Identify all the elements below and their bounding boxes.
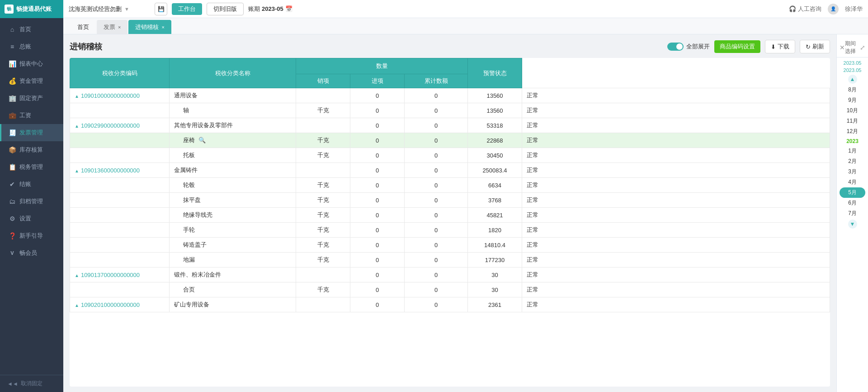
td-total: 1820 <box>468 223 522 238</box>
td-purchase-qty: 0 <box>405 88 468 103</box>
sidebar-footer-label: 取消固定 <box>21 380 42 387</box>
refresh-btn[interactable]: ↻ 刷新 <box>800 40 830 53</box>
sidebar-item-archive-label: 归档管理 <box>19 197 43 206</box>
period-scroll-down[interactable]: ▼ <box>848 220 857 229</box>
period-month-11[interactable]: 11月 <box>840 116 865 126</box>
workbench-button[interactable]: 工作台 <box>172 3 202 15</box>
sidebar-item-salary[interactable]: 💼 工资 <box>0 107 63 124</box>
collapse-icon[interactable]: ▲ <box>75 168 79 173</box>
tab-home[interactable]: 首页 <box>71 20 96 34</box>
td-name: 轴 <box>170 103 296 118</box>
td-purchase-qty: 0 <box>405 148 468 163</box>
expand-all-toggle[interactable]: 全部展开 <box>667 43 710 51</box>
collapse-icon[interactable]: ▲ <box>75 94 79 99</box>
sidebar-item-tax-label: 税务管理 <box>19 163 43 171</box>
period-scroll-up[interactable]: ▲ <box>848 75 857 84</box>
company-dropdown-icon[interactable]: ▼ <box>124 6 129 12</box>
td-name: 手轮 <box>170 223 296 238</box>
period-month-6[interactable]: 6月 <box>840 198 865 208</box>
td-total: 6634 <box>468 178 522 193</box>
panel-expand-btn[interactable]: ⤢ <box>860 44 865 51</box>
td-total: 177230 <box>468 253 522 268</box>
calendar-icon[interactable]: 📅 <box>285 5 292 12</box>
sidebar-item-inventory[interactable]: 📦 库存核算 <box>0 141 63 158</box>
page-title: 进销稽核 <box>70 41 102 52</box>
td-code <box>70 193 170 208</box>
th-purchase-qty: 进项 <box>350 74 405 88</box>
td-total: 14810.4 <box>468 238 522 253</box>
period-label: 账期 <box>248 5 260 13</box>
toggle-thumb <box>676 43 683 50</box>
switch-version-button[interactable]: 切到旧版 <box>207 3 244 15</box>
td-total: 30 <box>468 268 522 282</box>
td-status: 正常 <box>522 253 830 268</box>
td-total: 45821 <box>468 208 522 223</box>
invoice-icon: 🧾 <box>9 129 16 136</box>
tab-reconcile-close[interactable]: × <box>161 24 164 30</box>
td-purchase-qty: 0 <box>405 178 468 193</box>
period-month-5[interactable]: 5月 <box>840 187 865 198</box>
tab-invoice-close[interactable]: × <box>118 24 121 30</box>
td-code <box>70 178 170 193</box>
tabbar: 首页 发票 × 进销稽核 × <box>63 18 868 34</box>
period-display: 账期 2023-05 📅 <box>248 5 292 13</box>
period-month-2[interactable]: 2月 <box>840 156 865 167</box>
period-month-9[interactable]: 9月 <box>840 95 865 105</box>
td-sale-qty: 0 <box>350 118 405 133</box>
user-avatar: 👤 <box>828 4 839 14</box>
toggle-track[interactable] <box>667 43 684 51</box>
period-month-4[interactable]: 4月 <box>840 177 865 187</box>
th-tax-name: 税收分类名称 <box>170 58 296 88</box>
sidebar-item-home-label: 首页 <box>19 25 31 33</box>
collapse-icon[interactable]: ▲ <box>75 124 79 129</box>
sidebar-item-settings[interactable]: ⚙ 设置 <box>0 210 63 227</box>
tab-invoice-label: 发票 <box>104 23 115 31</box>
td-total: 22868 <box>468 133 522 148</box>
sidebar-item-guide[interactable]: ❓ 新手引导 <box>0 227 63 244</box>
period-month-12[interactable]: 12月 <box>840 126 865 137</box>
period-month-1[interactable]: 1月 <box>840 146 865 156</box>
sidebar-item-reports[interactable]: 📊 报表中心 <box>0 55 63 72</box>
period-month-10[interactable]: 10月 <box>840 105 865 116</box>
sidebar-item-finance[interactable]: 💰 资金管理 <box>0 72 63 90</box>
save-button[interactable]: 💾 <box>155 3 167 15</box>
service-button[interactable]: 🎧 人工咨询 <box>789 5 821 13</box>
tab-home-label: 首页 <box>77 23 89 31</box>
collapse-icon[interactable]: ▲ <box>75 273 79 278</box>
td-sale-qty: 0 <box>350 163 405 178</box>
download-btn[interactable]: ⬇ 下载 <box>765 40 795 53</box>
sidebar-item-member[interactable]: V 畅会员 <box>0 244 63 262</box>
period-month-7[interactable]: 7月 <box>840 208 865 219</box>
td-status: 正常 <box>522 223 830 238</box>
tab-reconcile[interactable]: 进销稽核 × <box>128 20 171 34</box>
period-month-3[interactable]: 3月 <box>840 167 865 177</box>
sidebar-item-archive[interactable]: 🗂 归档管理 <box>0 193 63 210</box>
company-selector[interactable]: 沈海英测试经营勿删 ▼ <box>69 5 150 13</box>
panel-close-btn[interactable]: ✕ <box>840 44 845 51</box>
main-table-wrapper: 税收分类编码 税收分类名称 数量 预警状态 销项 进项 累计数额 ▲109010 <box>70 58 830 387</box>
ledger-icon: ≡ <box>9 43 16 50</box>
search-icon[interactable]: 🔍 <box>198 137 206 143</box>
sidebar-item-assets[interactable]: 🏢 固定资产 <box>0 90 63 107</box>
td-sale-qty: 0 <box>350 103 405 118</box>
sidebar-item-member-label: 畅会员 <box>19 249 37 257</box>
expand-all-label: 全部展开 <box>686 43 710 51</box>
tab-invoice[interactable]: 发票 × <box>97 20 127 34</box>
product-code-btn[interactable]: 商品编码设置 <box>714 40 760 53</box>
td-unit: 千克 <box>296 133 350 148</box>
sidebar-item-home[interactable]: ⌂ 首页 <box>0 21 63 38</box>
inventory-icon: 📦 <box>9 146 16 153</box>
td-purchase-qty: 0 <box>405 193 468 208</box>
sidebar-item-ledger[interactable]: ≡ 总账 <box>0 38 63 55</box>
td-sale-qty: 0 <box>350 133 405 148</box>
home-icon: ⌂ <box>9 26 16 33</box>
sidebar-footer[interactable]: ◄◄ 取消固定 <box>0 375 63 392</box>
table-row: 绝缘导线壳 千克 0 0 45821 正常 <box>70 208 830 223</box>
sidebar-item-invoice[interactable]: 🧾 发票管理 <box>0 124 63 141</box>
sidebar-item-settle[interactable]: ✔ 结账 <box>0 176 63 193</box>
td-unit: 千克 <box>296 223 350 238</box>
sidebar-item-tax[interactable]: 📋 税务管理 <box>0 158 63 176</box>
collapse-icon[interactable]: ▲ <box>75 303 79 308</box>
td-status: 正常 <box>522 133 830 148</box>
period-month-8[interactable]: 8月 <box>840 85 865 95</box>
